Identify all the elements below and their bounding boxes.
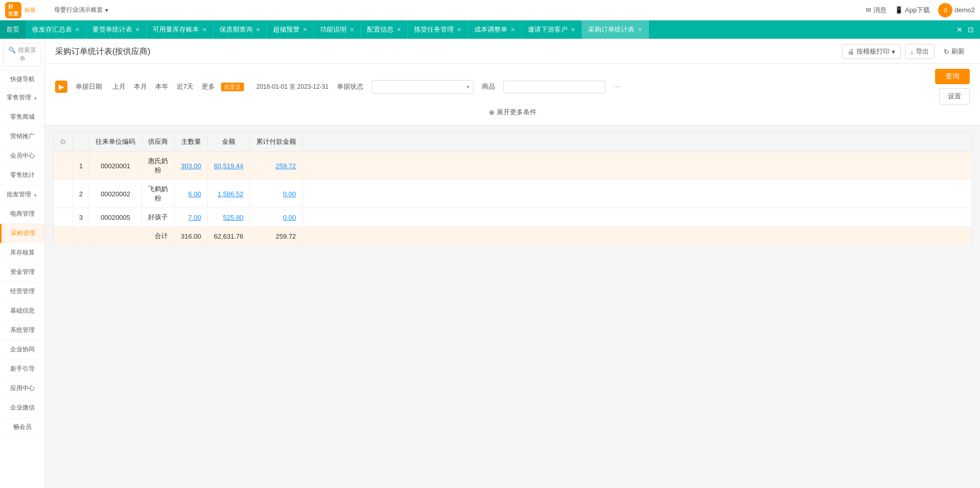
sidebar-item-purchase[interactable]: 采购管理 <box>0 224 44 243</box>
chevron-down-icon-print: ▾ <box>892 48 895 56</box>
tab-caigou[interactable]: 采购订单统计表 ✕ <box>582 20 649 39</box>
tab-chengben[interactable]: 成本调整单 ✕ <box>468 20 522 39</box>
footer-seq <box>73 227 89 246</box>
tab-gongneng[interactable]: 功能说明 ✕ <box>314 20 361 39</box>
tab-keyong[interactable]: 可用量库存账本 ✕ <box>146 20 213 39</box>
tab-yaoqing-label: 邀请下游客户 <box>528 25 568 34</box>
expand-more-button[interactable]: ⊕ 展开更多条件 <box>55 105 970 120</box>
export-button[interactable]: ↓ 导出 <box>905 44 935 59</box>
tab-caigou-close[interactable]: ✕ <box>638 27 642 33</box>
goods-search-input[interactable] <box>503 81 605 93</box>
col-paid-amount: 累计付款金额 <box>250 132 302 152</box>
refresh-icon: ↻ <box>944 48 949 56</box>
quick-nav-button[interactable]: 快捷导航 <box>0 71 44 88</box>
tab-home[interactable]: 首页 <box>0 20 26 39</box>
message-button[interactable]: ✉ 消息 <box>866 6 887 15</box>
filter-toggle-button[interactable]: ▶ <box>55 81 67 93</box>
tab-baobao[interactable]: 保质期查询 ✕ <box>213 20 267 39</box>
download-icon: 📱 <box>895 6 903 14</box>
tab-gongneng-label: 功能说明 <box>320 25 347 34</box>
sidebar-item-newguide[interactable]: 新手引导 <box>0 359 44 379</box>
tab-baobao-close[interactable]: ✕ <box>256 27 260 33</box>
sidebar-item-vip[interactable]: 畅会员 <box>0 418 44 437</box>
sidebar-item-appcenter[interactable]: 应用中心 <box>0 379 44 398</box>
sidebar-item-operations[interactable]: 经营管理 <box>0 282 44 301</box>
sidebar-item-wechat[interactable]: 企业微信 <box>0 398 44 418</box>
tab-yaohuo[interactable]: 要货单统计表 ✕ <box>86 20 146 39</box>
refresh-button[interactable]: ↻ 刷新 <box>939 44 970 59</box>
sidebar-item-system[interactable]: 系统管理 <box>0 321 44 340</box>
tab-maximize-icon[interactable]: ⊡ <box>966 23 976 36</box>
tab-shoufa-label: 收发存汇总表 <box>32 25 72 34</box>
tab-pihuo[interactable]: 拣货任务管理 ✕ <box>408 20 468 39</box>
tab-gongneng-close[interactable]: ✕ <box>350 27 354 33</box>
sidebar-item-enterprise[interactable]: 企业协同 <box>0 340 44 359</box>
sidebar-item-basicinfo[interactable]: 基础信息 <box>0 301 44 321</box>
nav-tabs: 首页 收发存汇总表 ✕ 要货单统计表 ✕ 可用量库存账本 ✕ 保质期查询 ✕ 超… <box>0 20 980 39</box>
date-last-month[interactable]: 上月 <box>110 81 128 92</box>
sidebar-item-retailshop[interactable]: 零售商城 <box>0 108 44 127</box>
sidebar-item-retailstat[interactable]: 零售统计 <box>0 166 44 185</box>
tab-yaohuo-close[interactable]: ✕ <box>135 27 140 33</box>
date-7days[interactable]: 近7天 <box>175 81 195 92</box>
tab-close-all-icon[interactable]: ✕ <box>954 23 965 36</box>
date-this-month[interactable]: 本月 <box>132 81 149 92</box>
row-2-check <box>54 180 73 208</box>
tab-chaochuu[interactable]: 超储预警 ✕ <box>267 20 314 39</box>
settings-button[interactable]: 设置 <box>939 88 970 105</box>
status-select[interactable] <box>372 80 474 94</box>
row-1-amount: 60,519.44 <box>208 152 250 180</box>
row-2-amount: 1,586.52 <box>208 180 250 208</box>
data-table: ⚙ 往来单位编码 供应商 主数量 金额 累计付款金额 1 <box>53 132 972 246</box>
table-header-row: ⚙ 往来单位编码 供应商 主数量 金额 累计付款金额 <box>54 132 972 152</box>
sidebar-item-marketing[interactable]: 营销推广 <box>0 127 44 146</box>
message-icon: ✉ <box>866 6 871 14</box>
row-3-extra <box>302 208 971 227</box>
row-3-quantity: 7.00 <box>175 208 208 227</box>
settings-icon[interactable]: ⚙ <box>60 138 66 146</box>
col-seq <box>73 132 89 152</box>
footer-label: 合计 <box>89 227 175 246</box>
status-filter-label: 单据状态 <box>337 82 363 91</box>
page-actions: 🖨 按模板打印 ▾ ↓ 导出 ↻ 刷新 <box>842 44 970 59</box>
sidebar-item-batch[interactable]: 批发管理 ▲ <box>0 185 44 204</box>
tab-keyong-label: 可用量库存账本 <box>153 25 199 34</box>
sidebar-item-retail[interactable]: 零售管理 ▲ <box>0 88 44 108</box>
template-print-button[interactable]: 🖨 按模板打印 ▾ <box>842 44 901 59</box>
tab-yaoqing-close[interactable]: ✕ <box>571 27 575 33</box>
logo-text: 标版 <box>24 7 36 13</box>
sidebar-item-ecommerce[interactable]: 电商管理 <box>0 204 44 224</box>
col-code: 往来单位编码 <box>89 132 142 152</box>
tab-yaoqing[interactable]: 邀请下游客户 ✕ <box>522 20 582 39</box>
tab-peizhi-close[interactable]: ✕ <box>397 27 401 33</box>
query-button[interactable]: 查询 <box>935 69 970 84</box>
filter-area: ▶ 单据日期 上月 本月 本年 近7天 更多 自定义 2016-01-01 至 … <box>45 64 980 125</box>
chevron-down-icon-batch: ▲ <box>33 192 38 197</box>
tab-keyong-close[interactable]: ✕ <box>202 27 207 33</box>
user-menu[interactable]: d demo2 <box>938 3 975 17</box>
row-2-extra <box>302 180 971 208</box>
more-filter-icon[interactable]: ··· <box>614 82 620 91</box>
tab-chengben-close[interactable]: ✕ <box>510 27 515 33</box>
table-row: 2 00020002 飞鹤奶粉 6.00 1,586.52 0.00 <box>54 180 972 208</box>
row-3-check <box>54 208 73 227</box>
row-1-quantity: 303.00 <box>175 152 208 180</box>
tab-pihuo-close[interactable]: ✕ <box>457 27 461 33</box>
logo-icon: 好生意 <box>5 2 21 18</box>
expand-icon: ⊕ <box>489 109 495 116</box>
tab-shoufa[interactable]: 收发存汇总表 ✕ <box>26 20 86 39</box>
date-this-year[interactable]: 本年 <box>153 81 170 92</box>
sidebar-item-finance[interactable]: 资金管理 <box>0 263 44 282</box>
filter-row-1: ▶ 单据日期 上月 本月 本年 近7天 更多 自定义 2016-01-01 至 … <box>55 69 970 105</box>
tab-peizhi[interactable]: 配置信息 ✕ <box>361 20 408 39</box>
app-download-button[interactable]: 📱 App下载 <box>895 6 930 15</box>
search-menu-button[interactable]: 🔍 搜索菜单 <box>3 43 41 66</box>
col-extra <box>302 132 971 152</box>
tab-shoufa-close[interactable]: ✕ <box>75 27 80 33</box>
sidebar-item-member[interactable]: 会员中心 <box>0 146 44 166</box>
date-filter-label: 单据日期 <box>76 82 102 91</box>
tab-chaochuu-close[interactable]: ✕ <box>303 27 307 33</box>
date-more[interactable]: 更多 <box>200 81 217 92</box>
sidebar-item-inventory[interactable]: 库存核算 <box>0 243 44 263</box>
workspace-selector[interactable]: 母婴行业演示账套 ▾ <box>50 4 112 16</box>
